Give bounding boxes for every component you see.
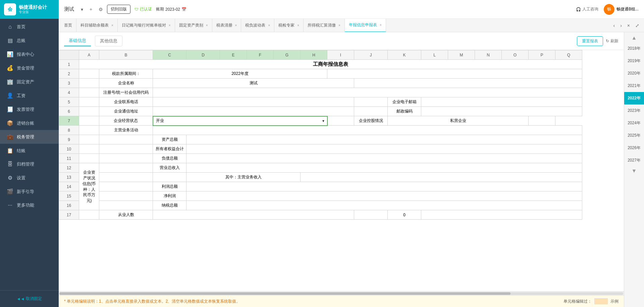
sidebar-item-payroll[interactable]: 👤 工资 xyxy=(0,89,59,102)
user-menu[interactable]: 畅 畅捷通B组... xyxy=(604,4,639,15)
tab-yearreport[interactable]: 年报信息申报表 × xyxy=(345,19,386,32)
tab-prev-btn[interactable]: ‹ xyxy=(611,22,617,29)
cell-7b[interactable]: 企业经营状态 xyxy=(99,116,153,126)
sidebar-item-tax[interactable]: 💼 税务管理 xyxy=(0,130,59,144)
sidebar-item-archive[interactable]: 🗄 归档管理 xyxy=(0,158,59,171)
cell-11d[interactable] xyxy=(186,154,582,163)
cell-12d[interactable] xyxy=(186,163,582,173)
year-2026[interactable]: 2026年 xyxy=(624,142,644,154)
cell-7k[interactable]: 私营企业 xyxy=(388,116,529,126)
tab-taxwave[interactable]: 税负波动表 × xyxy=(241,19,274,32)
sidebar-item-inventory[interactable]: 📦 进销台账 xyxy=(0,116,59,130)
cell-13h[interactable] xyxy=(301,173,582,182)
cell-12c[interactable]: 营业总收入 xyxy=(153,163,186,173)
tab-taxlist-close[interactable]: × xyxy=(235,24,237,27)
cell-17c[interactable] xyxy=(153,210,354,220)
cell-12a[interactable]: 企业资产状况信息(币种：人民币万元) xyxy=(79,163,99,210)
year-2022[interactable]: 2022年 xyxy=(624,92,644,104)
cell-16c[interactable]: 纳税总额 xyxy=(153,201,186,210)
cell-17b[interactable]: 从业人数 xyxy=(99,210,153,220)
cell-10c[interactable]: 所有者权益合计 xyxy=(153,144,186,154)
year-2023[interactable]: 2023年 xyxy=(624,104,644,117)
cell-5j[interactable]: 企业电子邮箱 xyxy=(388,97,421,107)
cell-10d[interactable] xyxy=(186,144,582,154)
cell-3b[interactable]: 企业名称 xyxy=(99,79,153,88)
cell-5b[interactable]: 企业联系电话 xyxy=(99,97,153,107)
cell-4c[interactable] xyxy=(153,88,582,97)
cell-title[interactable]: 工商年报信息表 xyxy=(79,60,582,69)
dropdown-btn[interactable]: ▾ xyxy=(79,5,85,13)
sidebar-item-guide[interactable]: 🎬 新手引导 xyxy=(0,185,59,199)
refresh-button[interactable]: ↻ 刷新 xyxy=(606,36,619,46)
cell-8b[interactable]: 主营业务活动 xyxy=(99,126,153,135)
tab-aux[interactable]: 科目辅助余额表 × xyxy=(76,19,118,32)
year-2020[interactable]: 2020年 xyxy=(624,67,644,80)
cell-5k[interactable] xyxy=(421,97,582,107)
tab-taxcheck-close[interactable]: × xyxy=(297,24,299,27)
tab-journal[interactable]: 日记账与银行对账单核对 × xyxy=(118,19,175,32)
grid-wrapper[interactable]: A B C D E F G H I J K L M xyxy=(59,50,624,291)
cell-15c[interactable]: 净利润 xyxy=(153,191,186,201)
cell-4b[interactable]: 注册号/统一社会信用代码 xyxy=(99,88,153,97)
tab-close-all-btn[interactable]: × xyxy=(625,22,632,29)
tab-assets-close[interactable]: × xyxy=(206,24,208,27)
cell-9c[interactable]: 资产总额 xyxy=(153,135,186,144)
tab-yearreport-close[interactable]: × xyxy=(380,23,382,27)
horizontal-scrollbar[interactable] xyxy=(59,291,624,295)
tab-home[interactable]: 首页 xyxy=(61,19,76,32)
collapse-pin-button[interactable]: ◄◄ 取消固定 xyxy=(13,294,46,304)
tab-aux-close[interactable]: × xyxy=(111,24,113,27)
year-2024[interactable]: 2024年 xyxy=(624,117,644,129)
tab-expand-btn[interactable]: ⤢ xyxy=(633,22,641,29)
cell-7j[interactable]: 企业控股情况 xyxy=(354,116,388,126)
tab-incometax-close[interactable]: × xyxy=(338,24,340,27)
settings-gear-btn[interactable]: ⚙ xyxy=(97,5,104,13)
switch-version-button[interactable]: 切到旧版 xyxy=(107,5,130,14)
sheet-tab-basic[interactable]: 基础信息 xyxy=(64,36,91,46)
year-2025[interactable]: 2025年 xyxy=(624,129,644,142)
tab-taxwave-close[interactable]: × xyxy=(268,24,270,27)
reset-report-button[interactable]: 重置报表 xyxy=(577,36,603,46)
tab-journal-close[interactable]: × xyxy=(169,24,171,27)
year-2021[interactable]: 2021年 xyxy=(624,80,644,92)
cell-6k[interactable] xyxy=(421,107,582,116)
tab-next-btn[interactable]: › xyxy=(618,22,624,29)
cell-3c[interactable]: 测试 xyxy=(153,79,354,88)
cell-6c[interactable] xyxy=(153,107,354,116)
tab-incometax[interactable]: 所得税汇算清缴 × xyxy=(304,19,345,32)
sidebar-item-ledger[interactable]: ▤ 总账 xyxy=(0,34,59,47)
cell-8c[interactable] xyxy=(153,126,582,135)
cell-6j[interactable]: 邮政编码 xyxy=(388,107,421,116)
year-2018[interactable]: 2018年 xyxy=(624,42,644,55)
sidebar-item-home[interactable]: ⌂ 首页 xyxy=(0,20,59,34)
year-2027[interactable]: 2027年 xyxy=(624,154,644,167)
cell-2c[interactable]: 2022年度 xyxy=(153,69,327,79)
cell-17j[interactable]: 0 xyxy=(388,210,421,220)
tab-taxlist[interactable]: 税表清册 × xyxy=(212,19,241,32)
sidebar-item-more[interactable]: ··· 更多功能 xyxy=(0,199,59,212)
tab-taxcheck[interactable]: 税检专家 × xyxy=(274,19,304,32)
cell-2b[interactable]: 税款所属期间： xyxy=(99,69,153,79)
sidebar-item-checkout[interactable]: 📋 结账 xyxy=(0,144,59,158)
calendar-icon[interactable]: 📅 xyxy=(181,7,186,12)
cell-5c[interactable] xyxy=(153,97,354,107)
cell-14c[interactable]: 利润总额 xyxy=(153,182,186,191)
sheet-tab-other[interactable]: 其他信息 xyxy=(95,36,122,46)
cell-6b[interactable]: 企业通信地址 xyxy=(99,107,153,116)
sidebar-item-report[interactable]: 📊 报表中心 xyxy=(0,47,59,61)
cell-14d[interactable] xyxy=(186,182,582,191)
cell-16d[interactable] xyxy=(186,201,582,210)
cell-9d[interactable] xyxy=(186,135,582,144)
cell-11c[interactable]: 负债总额 xyxy=(153,154,186,163)
tab-assets-type[interactable]: 固定资产类别 × xyxy=(175,19,212,32)
cell-13d[interactable]: 其中：主营业务收入 xyxy=(186,173,301,182)
year-down-btn[interactable]: ▼ xyxy=(624,167,644,175)
sidebar-item-settings[interactable]: ⚙ 设置 xyxy=(0,171,59,185)
service-button[interactable]: 🎧 人工咨询 xyxy=(576,6,598,12)
cell-15d[interactable] xyxy=(186,191,582,201)
year-up-btn[interactable]: ▲ xyxy=(624,34,644,42)
cell-7c-dropdown[interactable]: 开业 ▾ xyxy=(153,116,327,126)
sidebar-item-invoice[interactable]: 🧾 发票管理 xyxy=(0,102,59,116)
add-btn[interactable]: ＋ xyxy=(87,5,95,14)
year-2019[interactable]: 2019年 xyxy=(624,55,644,67)
